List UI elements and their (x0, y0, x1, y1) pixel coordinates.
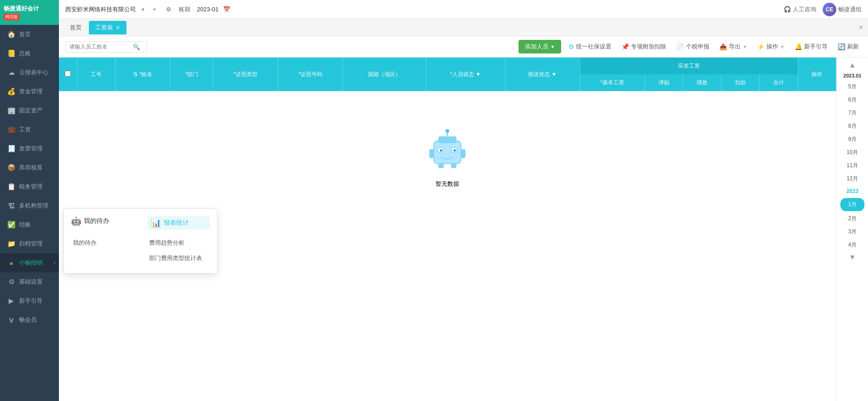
sidebar-item-cloud-report[interactable]: ☁ 云报表中心 (0, 63, 59, 82)
checkbox-header[interactable] (59, 58, 77, 91)
filter-icon-send[interactable]: ▼ (551, 71, 557, 77)
sidebar-label-home: 首页 (19, 30, 31, 39)
sidebar-item-home[interactable]: 🏠 首页 (0, 25, 59, 44)
id-type-header: *证照类型 (213, 58, 278, 91)
home-icon: 🏠 (7, 30, 15, 39)
sidebar-label-ledger: 总账 (19, 49, 31, 58)
sidebar-item-tax[interactable]: 📋 税务管理 (0, 177, 59, 196)
company-name: 西安虾米网络科技有限公司 (65, 5, 136, 14)
vip-icon: V (7, 316, 15, 324)
dropdown-arrow[interactable]: ▼ (141, 7, 145, 12)
month-1-active[interactable]: 1月 (840, 198, 864, 211)
customer-service[interactable]: 🎧 人工咨询 (784, 5, 816, 14)
sidebar-label-salary: 工资 (19, 126, 31, 134)
filter-icon-status[interactable]: ▼ (475, 71, 481, 77)
sidebar-label-guide: 新手引导 (19, 297, 43, 305)
sidebar-item-guide[interactable]: ▶ 新手引导 (0, 291, 59, 310)
month-6[interactable]: 6月 (837, 93, 868, 106)
month-3[interactable]: 3月 (837, 225, 868, 238)
sidebar-item-settle[interactable]: ✅ 结账 (0, 215, 59, 234)
sidebar-item-multi-org[interactable]: 🏗 多机构管理 (0, 196, 59, 215)
operation-action[interactable]: ⚡ 操作 ▼ (754, 41, 787, 53)
month-9[interactable]: 9月 (837, 133, 868, 146)
svg-point-6 (440, 150, 442, 152)
tab-home[interactable]: 首页 (63, 21, 88, 34)
add-arrow-icon: ▼ (550, 44, 555, 49)
special-deduction-action[interactable]: 📌 专项附加扣除 (619, 41, 669, 53)
sidebar-item-inventory[interactable]: 📦 库存核算 (0, 158, 59, 177)
bonus-header: 津贴 (645, 74, 683, 91)
sidebar-item-vip[interactable]: V 畅会员 (0, 310, 59, 329)
todo-icon: 🤖 (71, 216, 81, 226)
logo-badge: 网页版 (4, 14, 19, 20)
social-security-icon: ⚙ (568, 43, 574, 50)
sidebar-item-fund[interactable]: 💰 资金管理 (0, 82, 59, 101)
empty-row: 暂无数据 (59, 91, 836, 224)
empty-text: 暂无数据 (436, 180, 459, 188)
sidebar-item-ledger[interactable]: 📒 总账 (0, 44, 59, 63)
month-11[interactable]: 11月 (837, 159, 868, 172)
year-2023-label: 2023 (837, 185, 868, 197)
svg-point-7 (454, 150, 456, 152)
tab-salary-label: 工资表 (95, 24, 113, 32)
popup-col2-title: 📊 报表统计 (147, 216, 210, 230)
multi-org-icon: 🏗 (7, 202, 15, 210)
settle-icon: ✅ (7, 221, 15, 229)
sidebar-label-settle: 结账 (19, 221, 31, 229)
month-12[interactable]: 12月 (837, 172, 868, 185)
user-label: 人工咨询 (793, 5, 816, 14)
new-guide-action[interactable]: 🔔 新手引导 (792, 41, 830, 53)
popup-col2-label: 报表统计 (164, 219, 189, 227)
top-header: 西安虾米网络科技有限公司 ▼ + ⚙ 账期 2023-01 📅 🎧 人工咨询 C… (59, 0, 868, 19)
month-7[interactable]: 7月 (837, 106, 868, 120)
special-deduction-icon: 📌 (621, 43, 629, 50)
popup-col1-title: 🤖 我的待办 (71, 216, 134, 230)
report-icon: 📊 (151, 218, 161, 228)
popup-item-cost-trend[interactable]: 费用趋势分析 (147, 235, 210, 251)
sort-icon[interactable]: ⇅ (133, 71, 138, 77)
tab-close-all[interactable]: ✕ (858, 24, 863, 31)
op-header: 操作 (798, 58, 836, 91)
sidebar-item-fixed-assets[interactable]: 🏢 固定资产 (0, 101, 59, 120)
add-company-button[interactable]: + (150, 5, 159, 14)
op-arrow: ▼ (780, 44, 785, 49)
calendar-icon[interactable]: 📅 (223, 6, 230, 13)
popup-col1-label: 我的待办 (84, 217, 109, 225)
sidebar-label-fund: 资金管理 (19, 87, 43, 96)
main-content: 西安虾米网络科技有限公司 ▼ + ⚙ 账期 2023-01 📅 🎧 人工咨询 C… (59, 0, 868, 401)
sidebar: 畅捷通好会计 网页版 🏠 首页 📒 总账 ☁ 云报表中心 💰 资金管理 🏢 固定… (0, 0, 59, 401)
tab-salary-table[interactable]: 工资表 ✕ (89, 21, 126, 34)
refresh-action[interactable]: 🔄 刷新 (835, 41, 862, 53)
month-2[interactable]: 2月 (837, 212, 868, 225)
month-8[interactable]: 8月 (837, 120, 868, 133)
search-input[interactable] (69, 43, 133, 50)
popup-item-dept-cost[interactable]: 部门费用类型统计表 (147, 251, 210, 266)
sidebar-item-invoice[interactable]: 🧾 发票管理 (0, 139, 59, 158)
guide-icon: ▶ (7, 297, 15, 305)
month-10[interactable]: 10月 (837, 146, 868, 159)
nav-up-button[interactable]: ▲ (847, 59, 858, 71)
sidebar-item-salary[interactable]: 💼 工资 (0, 120, 59, 139)
empty-state: 暂无数据 (59, 91, 836, 224)
close-all-icon[interactable]: ✕ (858, 24, 863, 31)
month-5[interactable]: 5月 (837, 80, 868, 93)
svg-point-3 (446, 129, 449, 133)
current-period-label: 2023.01 (844, 71, 862, 80)
sidebar-item-xiaochang[interactable]: ● 小畅报销 › (0, 253, 59, 272)
export-action[interactable]: 📤 导出 ▼ (717, 41, 750, 53)
select-all-checkbox[interactable] (65, 71, 71, 77)
add-person-button[interactable]: 添加人员 ▼ (519, 40, 561, 53)
nav-down-button[interactable]: ▼ (847, 251, 858, 263)
user-info[interactable]: CE 畅捷通组 (823, 3, 862, 16)
settings-button[interactable]: ⚙ (163, 5, 174, 14)
tax-report-label: 个税申报 (686, 43, 709, 51)
tax-report-action[interactable]: 📄 个税申报 (674, 41, 712, 53)
sidebar-item-archive[interactable]: 📁 归档管理 (0, 234, 59, 253)
month-4[interactable]: 4月 (837, 238, 868, 251)
popup-item-todo[interactable]: 我的待办 (71, 235, 134, 251)
social-security-action[interactable]: ⚙ 统一社保设置 (566, 41, 614, 53)
sidebar-item-basic[interactable]: ⚙ 基础设置 (0, 272, 59, 291)
tab-bar: 首页 工资表 ✕ ✕ (59, 19, 868, 36)
tab-close-button[interactable]: ✕ (116, 24, 120, 31)
popup-col-todo: 🤖 我的待办 我的待办 (71, 216, 134, 266)
